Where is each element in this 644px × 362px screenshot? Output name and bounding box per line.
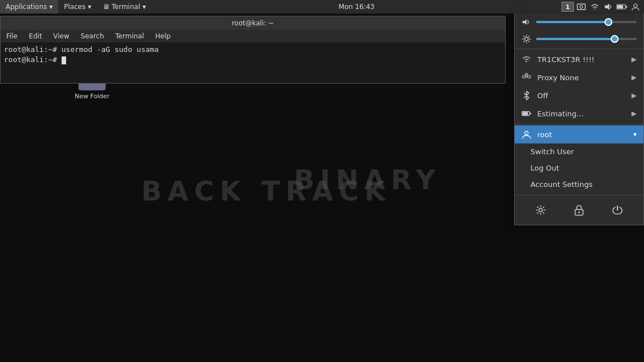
terminal-search-menu[interactable]: Search bbox=[77, 31, 107, 41]
svg-marker-2 bbox=[605, 4, 609, 10]
battery-menu-icon bbox=[521, 108, 532, 119]
terminal-window: root@kali: ~ File Edit View Search Termi… bbox=[0, 16, 506, 84]
svg-rect-4 bbox=[617, 5, 623, 8]
battery-menu-row[interactable]: Estimating... ▶ bbox=[515, 104, 643, 123]
svg-rect-5 bbox=[626, 6, 627, 8]
terminal-help-menu[interactable]: Help bbox=[152, 31, 174, 41]
svg-point-25 bbox=[525, 132, 528, 135]
lock-button[interactable] bbox=[570, 201, 588, 219]
bluetooth-menu-row[interactable]: Off ▶ bbox=[515, 86, 643, 104]
applications-arrow: ▾ bbox=[49, 3, 53, 11]
account-settings-label: Account Settings bbox=[530, 180, 593, 189]
volume-fill bbox=[536, 21, 608, 23]
log-out-item[interactable]: Log Out bbox=[515, 160, 643, 176]
svg-line-16 bbox=[524, 41, 525, 42]
svg-point-26 bbox=[539, 208, 542, 212]
system-menu: TR1CKST3R !!!! ▶ Proxy None ▶ bbox=[514, 14, 644, 225]
separator-1 bbox=[515, 49, 643, 49]
workspace-indicator[interactable]: 1 bbox=[562, 2, 574, 12]
desktop: BACK TRACK BINARY New Folder Application… bbox=[0, 0, 644, 362]
svg-rect-24 bbox=[530, 112, 531, 115]
svg-line-13 bbox=[524, 36, 525, 37]
switch-user-label: Switch User bbox=[530, 147, 574, 156]
terminal-label: Terminal bbox=[112, 3, 141, 11]
terminal-titlebar: root@kali: ~ bbox=[1, 16, 505, 30]
svg-point-28 bbox=[578, 212, 580, 213]
wifi-menu-label: TR1CKST3R !!!! bbox=[537, 55, 594, 64]
user-menu-btn[interactable] bbox=[629, 1, 642, 13]
battery-menu-label: Estimating... bbox=[537, 110, 584, 118]
folder-label: New Folder bbox=[75, 93, 109, 100]
volume-thumb bbox=[604, 18, 612, 26]
brightness-thumb bbox=[611, 35, 619, 43]
switch-user-item[interactable]: Switch User bbox=[515, 143, 643, 160]
svg-point-8 bbox=[525, 37, 528, 41]
terminal-view-menu[interactable]: View bbox=[50, 31, 72, 41]
terminal-file-menu[interactable]: File bbox=[3, 31, 21, 41]
applications-menu[interactable]: Applications ▾ bbox=[0, 0, 58, 14]
svg-line-14 bbox=[529, 41, 530, 42]
settings-button[interactable] bbox=[532, 201, 550, 219]
user-menu-row[interactable]: root ▾ bbox=[515, 125, 643, 143]
svg-point-6 bbox=[634, 4, 637, 7]
workspace-num: 1 bbox=[566, 4, 570, 10]
separator-2 bbox=[515, 124, 643, 124]
user-chevron: ▾ bbox=[633, 130, 637, 138]
menu-bottom-bar bbox=[515, 195, 643, 225]
places-arrow: ▾ bbox=[88, 3, 92, 11]
volume-row bbox=[515, 14, 643, 30]
panel-left: Applications ▾ Places ▾ 🖥 Terminal ▾ bbox=[0, 0, 151, 14]
bg-text-binary: BINARY bbox=[294, 164, 441, 195]
svg-marker-7 bbox=[523, 19, 526, 25]
terminal-edit-menu[interactable]: Edit bbox=[25, 31, 45, 41]
volume-slider[interactable] bbox=[536, 21, 637, 23]
wifi-chevron: ▶ bbox=[632, 55, 637, 63]
log-out-label: Log Out bbox=[530, 164, 559, 172]
bluetooth-menu-icon bbox=[521, 90, 532, 101]
brightness-menu-icon bbox=[521, 34, 532, 44]
svg-line-15 bbox=[529, 36, 530, 37]
proxy-menu-icon bbox=[521, 72, 532, 82]
terminal-body[interactable]: root@kali:~# usermod -aG sudo usama root… bbox=[1, 42, 505, 67]
battery-icon[interactable] bbox=[616, 1, 628, 13]
screenshot-icon[interactable] bbox=[575, 1, 588, 13]
wifi-menu-icon bbox=[521, 54, 532, 64]
wifi-menu-row[interactable]: TR1CKST3R !!!! ▶ bbox=[515, 50, 643, 68]
terminal-line1: root@kali:~# usermod -aG sudo usama bbox=[4, 45, 502, 55]
proxy-menu-label: Proxy None bbox=[537, 73, 579, 82]
proxy-chevron: ▶ bbox=[632, 73, 637, 81]
svg-point-1 bbox=[580, 6, 583, 8]
datetime-label: Mon 16:43 bbox=[338, 3, 375, 11]
svg-rect-17 bbox=[523, 76, 525, 78]
volume-icon[interactable] bbox=[602, 1, 615, 13]
terminal-cursor bbox=[62, 56, 66, 64]
terminal-menu-btn[interactable]: 🖥 Terminal ▾ bbox=[97, 0, 152, 14]
volume-menu-icon bbox=[521, 17, 532, 27]
svg-rect-18 bbox=[528, 76, 530, 78]
places-menu[interactable]: Places ▾ bbox=[58, 0, 97, 14]
svg-rect-21 bbox=[525, 73, 528, 75]
proxy-menu-row[interactable]: Proxy None ▶ bbox=[515, 68, 643, 86]
power-button[interactable] bbox=[608, 201, 626, 219]
bluetooth-menu-label: Off bbox=[537, 91, 548, 100]
battery-chevron: ▶ bbox=[632, 110, 637, 117]
wifi-icon[interactable] bbox=[589, 1, 601, 13]
bluetooth-chevron: ▶ bbox=[632, 91, 637, 99]
user-menu-label: root bbox=[537, 130, 552, 139]
places-label: Places bbox=[64, 3, 85, 11]
terminal-arrow: ▾ bbox=[142, 3, 146, 11]
svg-rect-23 bbox=[523, 112, 528, 115]
brightness-slider[interactable] bbox=[536, 38, 637, 40]
terminal-icon: 🖥 bbox=[103, 3, 110, 11]
terminal-terminal-menu[interactable]: Terminal bbox=[112, 31, 147, 41]
brightness-row bbox=[515, 30, 643, 47]
terminal-title: root@kali: ~ bbox=[5, 19, 501, 27]
panel-right: 1 bbox=[562, 1, 644, 13]
terminal-line2: root@kali:~# bbox=[4, 55, 502, 65]
user-menu-icon bbox=[521, 129, 532, 139]
brightness-fill bbox=[536, 38, 615, 40]
top-panel: Applications ▾ Places ▾ 🖥 Terminal ▾ Mon… bbox=[0, 0, 644, 14]
account-settings-item[interactable]: Account Settings bbox=[515, 176, 643, 193]
svg-rect-0 bbox=[577, 4, 585, 10]
panel-clock: Mon 16:43 bbox=[151, 3, 562, 11]
